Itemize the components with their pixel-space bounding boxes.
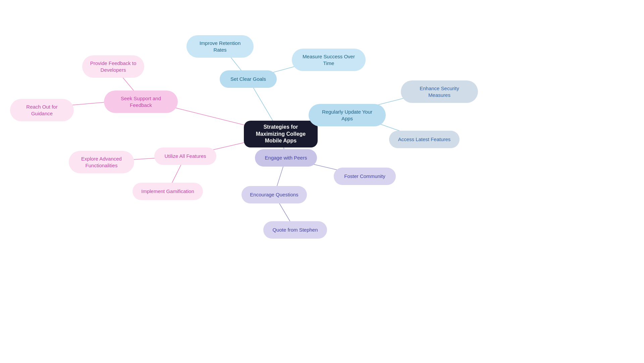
node-exploreAdvanced[interactable]: Explore Advanced Functionalities	[69, 151, 134, 173]
node-seekSupport[interactable]: Seek Support and Feedback	[104, 90, 178, 113]
node-label-implementGamification: Implement Gamification	[141, 188, 194, 195]
node-measureSuccess[interactable]: Measure Success Over Time	[292, 49, 366, 71]
node-engageWithPeers[interactable]: Engage with Peers	[255, 149, 317, 167]
node-label-utilizeAll: Utilize All Features	[164, 153, 206, 160]
node-label-improveRetention: Improve Retention Rates	[194, 40, 246, 53]
node-label-setClearGoals: Set Clear Goals	[230, 76, 266, 82]
node-label-engageWithPeers: Engage with Peers	[265, 155, 307, 161]
node-fosterCommunity[interactable]: Foster Community	[334, 168, 396, 185]
node-label-accessLatest: Access Latest Features	[398, 136, 451, 143]
node-improveRetention[interactable]: Improve Retention Rates	[186, 35, 254, 58]
node-utilizeAll[interactable]: Utilize All Features	[154, 147, 216, 165]
node-label-fosterCommunity: Foster Community	[344, 173, 385, 180]
node-accessLatest[interactable]: Access Latest Features	[389, 131, 460, 148]
node-label-seekSupport: Seek Support and Feedback	[111, 95, 170, 108]
node-reachOut[interactable]: Reach Out for Guidance	[10, 99, 74, 121]
node-quoteStephen[interactable]: Quote from Stephen	[263, 221, 327, 239]
node-label-regularlyUpdate: Regularly Update Your Apps	[316, 109, 378, 122]
node-label-center: Strategies for Maximizing College Mobile…	[251, 124, 310, 144]
mindmap-container: Strategies for Maximizing College Mobile…	[0, 0, 644, 363]
node-label-quoteStephen: Quote from Stephen	[272, 227, 318, 233]
node-regularlyUpdate[interactable]: Regularly Update Your Apps	[309, 104, 386, 126]
node-label-exploreAdvanced: Explore Advanced Functionalities	[76, 156, 127, 169]
node-label-measureSuccess: Measure Success Over Time	[299, 53, 358, 66]
node-label-enhanceSecurity: Enhance Security Measures	[408, 85, 471, 98]
node-implementGamification[interactable]: Implement Gamification	[132, 183, 203, 200]
node-encourageQuestions[interactable]: Encourage Questions	[241, 186, 307, 203]
node-center[interactable]: Strategies for Maximizing College Mobile…	[244, 121, 318, 147]
node-provideFeedback[interactable]: Provide Feedback to Developers	[82, 55, 144, 78]
node-label-encourageQuestions: Encourage Questions	[250, 191, 298, 198]
node-label-provideFeedback: Provide Feedback to Developers	[90, 60, 137, 73]
node-setClearGoals[interactable]: Set Clear Goals	[220, 70, 277, 88]
node-enhanceSecurity[interactable]: Enhance Security Measures	[401, 80, 478, 103]
node-label-reachOut: Reach Out for Guidance	[17, 104, 66, 117]
